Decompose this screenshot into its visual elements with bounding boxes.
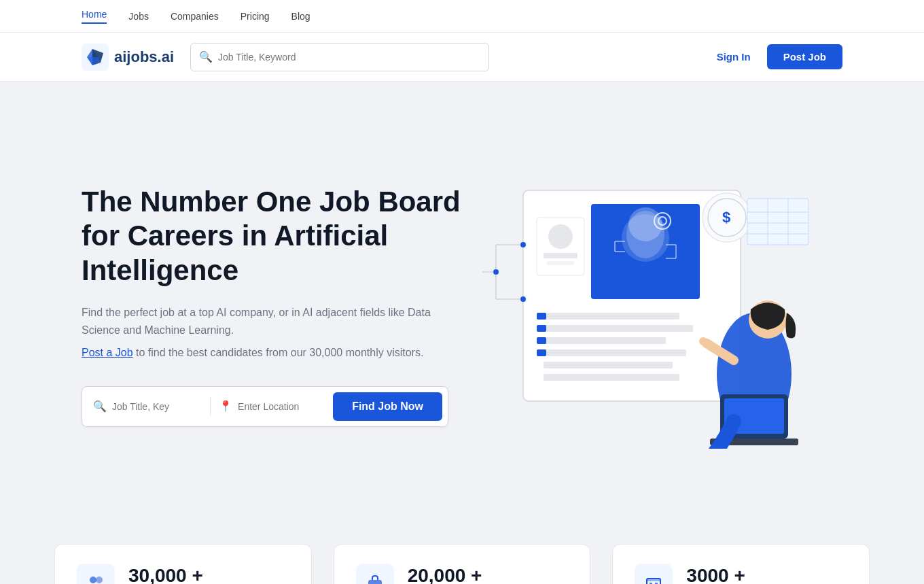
stat-info-visitors: 30,000 + Monthly Visitors [128, 566, 203, 584]
nav-pricing[interactable]: Pricing [241, 11, 270, 22]
search-divider [210, 397, 211, 416]
users-icon [86, 573, 105, 584]
keyword-field: 🔍 [93, 400, 202, 413]
svg-rect-41 [537, 325, 546, 332]
header-search-bar[interactable]: 🔍 [190, 43, 489, 71]
logo-icon [82, 44, 109, 71]
top-nav: Home Jobs Companies Pricing Blog [0, 0, 924, 33]
find-job-button[interactable]: Find Job Now [333, 392, 442, 421]
hero-svg: $ [482, 163, 822, 449]
svg-rect-38 [544, 362, 673, 368]
briefcase-icon [366, 573, 385, 584]
svg-rect-39 [544, 374, 679, 381]
stat-card-companies: 3000 + Companies [612, 544, 870, 584]
post-job-button[interactable]: Post Job [767, 44, 842, 69]
companies-number: 3000 + [686, 566, 745, 584]
svg-point-12 [626, 211, 664, 258]
svg-rect-23 [544, 253, 578, 258]
hero-search-bar: 🔍 📍 Find Job Now [82, 386, 448, 427]
nav-jobs[interactable]: Jobs [128, 11, 149, 22]
stat-info-jobs: 20,000 + Jobs [408, 566, 482, 584]
svg-point-8 [493, 269, 499, 275]
svg-point-47 [699, 337, 707, 345]
nav-blog[interactable]: Blog [291, 11, 310, 22]
svg-point-57 [96, 577, 103, 583]
svg-rect-37 [544, 349, 686, 356]
hero-title: The Number One Job Board for Careers in … [82, 185, 462, 288]
header-search-icon: 🔍 [199, 50, 213, 63]
site-logo[interactable]: aijobs.ai [82, 44, 174, 71]
hero-cta-desc: Post a Job to find the best candidates f… [82, 344, 462, 362]
svg-rect-58 [368, 580, 382, 584]
svg-rect-24 [547, 261, 574, 265]
svg-point-6 [520, 242, 526, 247]
svg-point-22 [548, 224, 573, 249]
svg-text:$: $ [722, 209, 730, 226]
stat-card-jobs: 20,000 + Jobs [334, 544, 591, 584]
nav-home[interactable]: Home [82, 9, 107, 24]
hero-description: Find the perfect job at a top AI company… [82, 304, 462, 339]
post-a-job-link[interactable]: Post a Job [82, 347, 133, 358]
logo-text: aijobs.ai [114, 48, 174, 66]
header-actions: Sign In Post Job [717, 44, 842, 69]
header-search-input[interactable] [218, 52, 480, 63]
svg-rect-43 [537, 349, 546, 356]
location-input[interactable] [238, 401, 327, 412]
hero-section: The Number One Job Board for Careers in … [0, 82, 924, 544]
location-field: 📍 [219, 400, 327, 413]
building-icon [644, 573, 663, 584]
keyword-input[interactable] [112, 401, 202, 412]
location-icon: 📍 [219, 400, 232, 413]
keyword-search-icon: 🔍 [93, 400, 107, 413]
stat-info-companies: 3000 + Companies [686, 566, 745, 584]
stats-section: 30,000 + Monthly Visitors 20,000 + Jobs [0, 544, 924, 584]
svg-rect-36 [544, 337, 666, 344]
svg-rect-35 [544, 325, 693, 332]
sign-in-button[interactable]: Sign In [717, 51, 751, 63]
svg-rect-40 [537, 313, 546, 320]
hero-illustration: $ [462, 163, 842, 449]
svg-rect-34 [544, 313, 679, 320]
stat-card-visitors: 30,000 + Monthly Visitors [54, 544, 312, 584]
svg-point-56 [90, 577, 96, 583]
site-header: aijobs.ai 🔍 Sign In Post Job [0, 33, 924, 82]
nav-companies[interactable]: Companies [171, 11, 219, 22]
visitors-number: 30,000 + [128, 566, 203, 584]
svg-rect-28 [747, 199, 808, 245]
jobs-icon-box [356, 564, 394, 584]
hero-desc2-rest: to find the best candidates from our 30,… [133, 347, 424, 358]
svg-rect-42 [537, 337, 546, 344]
svg-rect-61 [647, 579, 660, 581]
companies-icon-box [635, 564, 673, 584]
svg-point-7 [520, 296, 526, 302]
hero-content: The Number One Job Board for Careers in … [82, 185, 462, 427]
jobs-number: 20,000 + [408, 566, 482, 584]
visitors-icon-box [77, 564, 115, 584]
